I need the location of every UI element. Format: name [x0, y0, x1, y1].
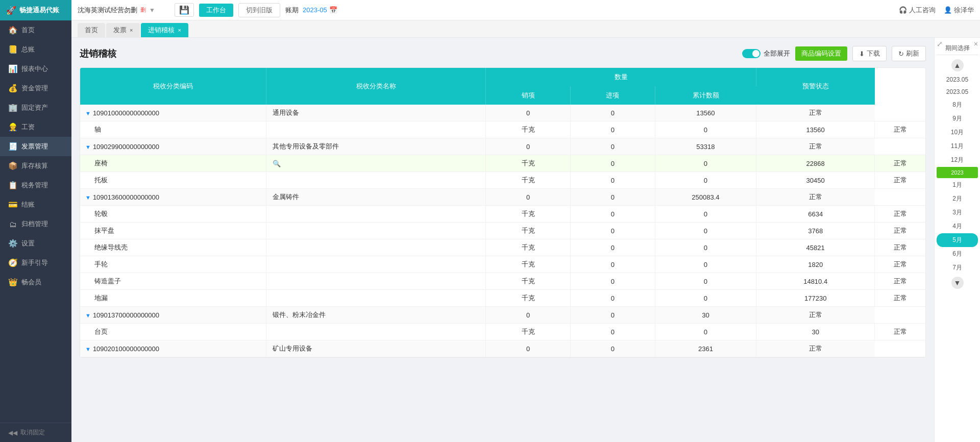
- sidebar-item-invoice[interactable]: 🧾 发票管理: [0, 137, 71, 156]
- company-dropdown-icon[interactable]: ▼: [149, 7, 155, 14]
- panel-close-button[interactable]: ×: [974, 40, 978, 48]
- sidebar-item-funds[interactable]: 💰 资金管理: [0, 79, 71, 98]
- period-item[interactable]: 1月: [937, 178, 978, 192]
- sidebar-item-home[interactable]: 🏠 首页: [0, 20, 71, 40]
- panel-down-button[interactable]: ▼: [951, 277, 964, 289]
- period-item[interactable]: 8月: [937, 98, 978, 112]
- expand-icon[interactable]: ▼: [85, 110, 91, 116]
- period-item[interactable]: 11月: [937, 139, 978, 153]
- sidebar-item-vip-label: 畅会员: [21, 278, 41, 287]
- code-cell: ▼109013700000000000: [80, 307, 266, 324]
- product-code-button[interactable]: 商品编码设置: [795, 46, 847, 61]
- sidebar-item-tax[interactable]: 📋 税务管理: [0, 176, 71, 195]
- total-cell: 250083.4: [655, 189, 756, 206]
- refresh-button[interactable]: ↻ 刷新: [892, 46, 926, 61]
- expand-icon[interactable]: ▼: [85, 194, 91, 201]
- expand-icon[interactable]: ▼: [85, 312, 91, 318]
- period-selector[interactable]: 账期 2023-05 📅: [285, 6, 337, 15]
- tab-reconciliation-close[interactable]: ×: [178, 27, 181, 33]
- total-left-cell: 0: [655, 239, 756, 256]
- status-cell: 正常: [875, 239, 925, 256]
- page-header: 进销稽核 全部展开 商品编码设置 ⬇ 下载 ↻ 刷新: [80, 46, 926, 61]
- name-cell: [266, 256, 486, 273]
- sales-cell: 千克: [486, 121, 571, 138]
- sidebar-item-ledger[interactable]: 📒 总账: [0, 40, 71, 59]
- name-cell: 矿山专用设备: [266, 340, 486, 357]
- sidebar-item-settlement[interactable]: 💳 结账: [0, 195, 71, 214]
- user-menu[interactable]: 👤 徐泽华: [944, 6, 974, 15]
- tab-invoice-close[interactable]: ×: [130, 27, 133, 33]
- expand-icon[interactable]: ▼: [85, 346, 91, 352]
- app-logo: 🚀 畅捷通易代账: [0, 0, 71, 20]
- period-item[interactable]: 2月: [937, 192, 978, 206]
- download-label: 下载: [867, 49, 880, 58]
- period-item[interactable]: 2023.05: [937, 86, 978, 98]
- panel-expand-button[interactable]: ⤢: [937, 40, 943, 48]
- refresh-icon: ↻: [898, 50, 904, 58]
- table-row[interactable]: 座椅 🔍 千克 0 0 22868 正常: [80, 155, 925, 172]
- download-button[interactable]: ⬇ 下载: [852, 46, 887, 61]
- period-item[interactable]: 5月: [937, 233, 978, 247]
- calendar-icon[interactable]: 📅: [329, 6, 337, 14]
- topbar: 沈海英测试经营勿删 删 ▼ 💾 工作台 切到旧版 账期 2023-05 📅 🎧 …: [71, 0, 980, 20]
- workbench-button[interactable]: 工作台: [199, 4, 233, 17]
- table-row: ▼109013700000000000 锻件、粉末冶金件 0 0 30 正常: [80, 307, 925, 324]
- period-item[interactable]: 12月: [937, 153, 978, 167]
- th-sales: 销项: [486, 86, 571, 105]
- sidebar-item-guide[interactable]: 🧭 新手引导: [0, 253, 71, 273]
- unpin-button[interactable]: ◀◀ 取消固定: [0, 423, 71, 442]
- name-cell: 金属铸件: [266, 189, 486, 206]
- purchase-cell: 0: [570, 121, 655, 138]
- item-name-cell: 铸造盖子: [80, 273, 266, 290]
- page-actions: 全部展开 商品编码设置 ⬇ 下载 ↻ 刷新: [742, 46, 926, 61]
- sidebar-item-settings[interactable]: ⚙️ 设置: [0, 234, 71, 253]
- purchase-cell: 0: [570, 105, 655, 121]
- purchase-cell: 0: [570, 206, 655, 223]
- sales-cell: 千克: [486, 172, 571, 189]
- company-selector[interactable]: 沈海英测试经营勿删 删 ▼: [78, 6, 169, 15]
- item-name-cell: 轴: [80, 121, 266, 138]
- period-item[interactable]: 2023: [937, 167, 978, 178]
- expand-icon[interactable]: ▼: [85, 144, 91, 150]
- save-draft-button[interactable]: 💾: [175, 3, 194, 17]
- sales-cell: 0: [486, 189, 571, 206]
- period-item[interactable]: 4月: [937, 219, 978, 233]
- status-cell: 正常: [875, 256, 925, 273]
- status-cell: 正常: [875, 273, 925, 290]
- sidebar-item-vip[interactable]: 👑 畅会员: [0, 273, 71, 292]
- sidebar-item-fixed-assets[interactable]: 🏢 固定资产: [0, 98, 71, 117]
- sidebar-item-archive[interactable]: 🗂 归档管理: [0, 214, 71, 234]
- period-item[interactable]: 7月: [937, 261, 978, 275]
- tab-reconciliation[interactable]: 进销稽核 ×: [141, 23, 188, 37]
- purchase-cell: 0: [570, 290, 655, 307]
- service-button[interactable]: 🎧 人工咨询: [899, 6, 936, 15]
- total-left-cell: 0: [655, 121, 756, 138]
- sidebar-item-inventory[interactable]: 📦 库存核算: [0, 156, 71, 176]
- switch-old-button[interactable]: 切到旧版: [238, 3, 280, 17]
- period-item[interactable]: 10月: [937, 126, 978, 139]
- status-cell: 正常: [875, 324, 925, 340]
- user-name: 徐泽华: [954, 6, 974, 15]
- period-item[interactable]: 6月: [937, 247, 978, 261]
- item-name-cell: 地漏: [80, 290, 266, 307]
- total-cell: 1820: [756, 256, 875, 273]
- sidebar-item-payroll[interactable]: 👷 工资: [0, 117, 71, 137]
- sales-cell: 千克: [486, 273, 571, 290]
- status-cell: 正常: [875, 206, 925, 223]
- status-cell: 正常: [875, 290, 925, 307]
- panel-up-button[interactable]: ▲: [951, 59, 964, 71]
- expand-toggle[interactable]: [742, 49, 761, 58]
- total-cell: 177230: [756, 290, 875, 307]
- total-left-cell: 0: [655, 172, 756, 189]
- tab-invoice[interactable]: 发票 ×: [106, 23, 140, 37]
- tab-home[interactable]: 首页: [78, 23, 105, 37]
- th-tax-code: 税收分类编码: [80, 68, 266, 105]
- period-item[interactable]: 3月: [937, 206, 978, 219]
- sales-cell: 千克: [486, 206, 571, 223]
- reports-icon: 📊: [8, 64, 17, 73]
- sidebar-item-reports[interactable]: 📊 报表中心: [0, 59, 71, 79]
- search-icon[interactable]: 🔍: [273, 160, 281, 167]
- total-cell: 45821: [756, 239, 875, 256]
- period-item[interactable]: 9月: [937, 112, 978, 126]
- period-item[interactable]: 2023.05: [937, 73, 978, 86]
